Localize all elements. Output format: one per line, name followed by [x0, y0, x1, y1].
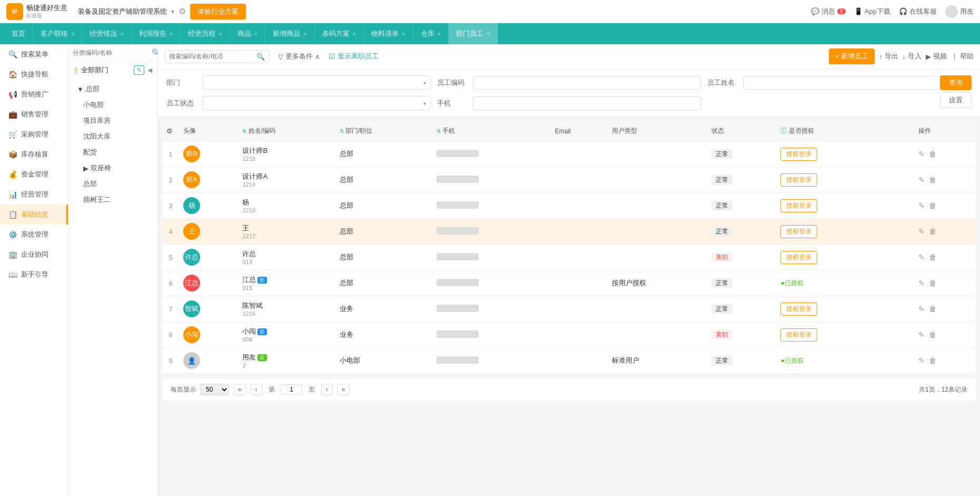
auth-button[interactable]: 授权登录: [780, 148, 817, 161]
more-filter-button[interactable]: ▽ 更多条件 ∧: [274, 50, 324, 63]
export-button[interactable]: ↑ 导出: [879, 52, 898, 61]
dept-node-xiaodibu[interactable]: 小电部: [68, 97, 157, 113]
close-icon[interactable]: ×: [487, 31, 490, 37]
close-icon[interactable]: ×: [219, 31, 222, 37]
tab-barcode[interactable]: 条码方案 ×: [315, 23, 364, 44]
sidebar-item-inventory[interactable]: 📦 库存核算: [0, 144, 68, 164]
last-page-button[interactable]: »: [337, 384, 350, 395]
sidebar-item-search[interactable]: 🔍 搜索菜单: [0, 44, 68, 64]
next-page-button[interactable]: ›: [321, 384, 333, 395]
help-button[interactable]: ｜ 帮助: [951, 52, 974, 61]
tab-profit[interactable]: 利润报告 ×: [132, 23, 181, 44]
page-number-input[interactable]: [281, 384, 302, 395]
delete-icon[interactable]: 🗑: [929, 305, 936, 313]
tab-warehouse[interactable]: 仓库 ×: [413, 23, 449, 44]
tab-dept-employee[interactable]: 部门员工 ×: [449, 23, 498, 44]
dept-search-input[interactable]: [73, 49, 152, 56]
auth-button[interactable]: 授权登录: [780, 328, 817, 342]
message-item[interactable]: 💬 消息 5: [811, 7, 846, 16]
dept-node-peihuo[interactable]: 配货: [68, 144, 157, 160]
search-icon[interactable]: 🔍: [256, 53, 265, 61]
dept-filter-select[interactable]: [202, 75, 431, 90]
close-icon[interactable]: ×: [303, 31, 306, 37]
close-icon[interactable]: ×: [254, 31, 258, 37]
edit-icon[interactable]: ✎: [918, 305, 925, 313]
sidebar-item-finance[interactable]: 💰 资金管理: [0, 164, 68, 184]
dept-node-chashuwanger[interactable]: 插树王二: [68, 192, 157, 208]
auth-button[interactable]: 授权登录: [780, 251, 817, 264]
dept-node-zongbu[interactable]: 总部: [68, 176, 157, 192]
sidebar-item-quick-nav[interactable]: 🏠 快捷导航: [0, 64, 68, 84]
sidebar-item-sales[interactable]: 💼 销售管理: [0, 104, 68, 124]
edit-icon[interactable]: ✎: [918, 330, 925, 339]
show-resign-toggle[interactable]: ☑ 显示离职员工: [329, 52, 379, 61]
sidebar-item-operations[interactable]: 📊 经营管理: [0, 184, 68, 205]
tab-operations[interactable]: 经营情况 ×: [82, 23, 131, 44]
dept-node-projectroom[interactable]: 项目库房: [68, 113, 157, 129]
page-size-select[interactable]: 50 20 100: [200, 384, 229, 395]
prev-page-button[interactable]: ‹: [251, 384, 262, 395]
query-button[interactable]: 查询: [940, 75, 972, 90]
online-service-item[interactable]: 🎧 在线客服: [899, 7, 937, 16]
settings-icon[interactable]: ⚙: [179, 6, 186, 16]
close-icon[interactable]: ×: [71, 31, 74, 37]
dept-node-shenyangdaku[interactable]: 沈阳大库: [68, 129, 157, 144]
edit-icon[interactable]: ✎: [918, 279, 925, 287]
tab-add-goods[interactable]: 新增商品 ×: [265, 23, 314, 44]
delete-icon[interactable]: 🗑: [929, 330, 936, 339]
th-phone[interactable]: ⇅ 手机: [432, 121, 551, 141]
delete-icon[interactable]: 🗑: [929, 253, 936, 261]
close-icon[interactable]: ×: [120, 31, 123, 37]
first-page-button[interactable]: «: [233, 384, 246, 395]
dept-all-label[interactable]: 全部部门: [81, 65, 131, 75]
user-item[interactable]: 用友: [945, 5, 974, 18]
close-icon[interactable]: ×: [353, 31, 356, 37]
set-button[interactable]: 设置: [940, 92, 972, 108]
th-name-code[interactable]: ⇅ 姓名/编码: [238, 121, 335, 141]
edit-icon[interactable]: ✎: [918, 150, 925, 158]
delete-icon[interactable]: 🗑: [929, 150, 936, 158]
edit-icon[interactable]: ✎: [918, 201, 925, 210]
app-download-item[interactable]: 📱 App下载: [854, 7, 890, 16]
edit-icon[interactable]: ✎: [918, 253, 925, 261]
search-input[interactable]: [169, 53, 254, 60]
emp-name-filter-input[interactable]: [743, 76, 972, 90]
auth-button[interactable]: 授权登录: [780, 199, 817, 212]
edit-icon[interactable]: ✎: [918, 176, 925, 184]
delete-icon[interactable]: 🗑: [929, 176, 936, 184]
tab-customer[interactable]: 客户联络 ×: [33, 23, 82, 44]
dept-search-icon[interactable]: 🔍: [152, 48, 158, 56]
th-settings[interactable]: ⚙: [162, 121, 179, 141]
th-dept-position[interactable]: ⇅ 部门/职位: [335, 121, 432, 141]
close-icon[interactable]: ×: [402, 31, 405, 37]
auth-button[interactable]: 授权登录: [780, 225, 817, 238]
delete-icon[interactable]: 🗑: [929, 201, 936, 210]
sidebar-item-marketing[interactable]: 📢 营销推广: [0, 84, 68, 104]
sidebar-item-corp[interactable]: 🏢 企业协同: [0, 245, 68, 265]
dropdown-arrow-icon[interactable]: ▾: [171, 8, 174, 15]
dept-node-shuangzuoyi[interactable]: ▶ 双座椅: [68, 160, 157, 176]
auth-button[interactable]: 授权登录: [780, 303, 817, 316]
delete-icon[interactable]: 🗑: [929, 356, 936, 365]
sidebar-item-purchase[interactable]: 🛒 采购管理: [0, 124, 68, 144]
dept-node-root[interactable]: ▼ 总部: [68, 81, 157, 97]
tab-history[interactable]: 经营历程 ×: [181, 23, 230, 44]
sidebar-item-basic-info[interactable]: 📋 基础信息: [0, 205, 68, 225]
close-icon[interactable]: ×: [170, 31, 173, 37]
emp-code-filter-input[interactable]: [473, 76, 701, 90]
sidebar-item-system[interactable]: ⚙️ 系统管理: [0, 225, 68, 245]
emp-status-select[interactable]: [202, 96, 431, 110]
collapse-icon[interactable]: ◀: [147, 66, 152, 74]
delete-icon[interactable]: 🗑: [929, 227, 936, 236]
tab-bom[interactable]: 物料清单 ×: [364, 23, 413, 44]
edit-dept-icon[interactable]: ✎: [134, 65, 144, 75]
close-icon[interactable]: ×: [438, 31, 441, 37]
auth-button[interactable]: 授权登录: [780, 173, 817, 187]
delete-icon[interactable]: 🗑: [929, 279, 936, 287]
import-button[interactable]: ↓ 导入: [903, 52, 922, 61]
phone-filter-input[interactable]: [473, 96, 701, 110]
edit-icon[interactable]: ✎: [918, 227, 925, 236]
trial-button[interactable]: 体验行业方案: [190, 4, 246, 20]
view-button[interactable]: ▶ 视频: [926, 52, 947, 61]
add-employee-button[interactable]: + 新增员工: [829, 48, 875, 64]
